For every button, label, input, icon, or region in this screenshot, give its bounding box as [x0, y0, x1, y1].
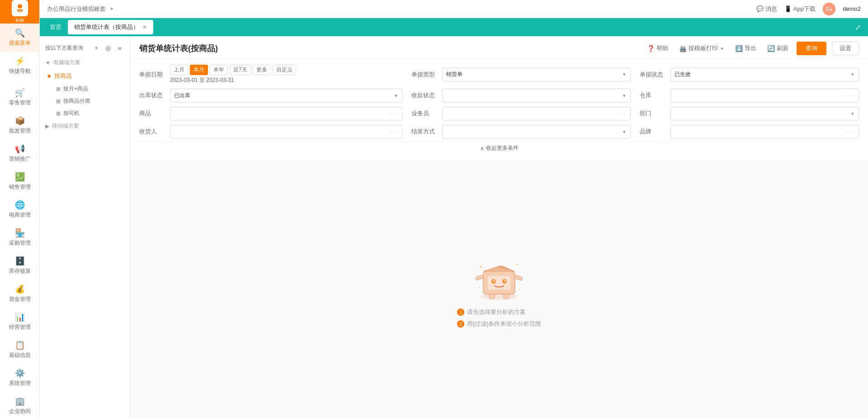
message-label: 消息: [765, 5, 777, 13]
filter-out-status: 出库状态 已出库 ▼: [139, 89, 402, 102]
sidebar-item-enterprise[interactable]: 🏢 企业协同: [0, 392, 40, 418]
date-btn-custom[interactable]: 自定义: [273, 65, 296, 75]
sidebar-item-system[interactable]: ⚙️ 系统管理: [0, 364, 40, 392]
help-icon: ❓: [647, 45, 655, 52]
tree-section-arrow: ▼: [45, 60, 51, 66]
help-btn[interactable]: ❓ 帮助: [644, 43, 671, 54]
tab-active[interactable]: 销货单统计表（按商品） ✕: [68, 20, 153, 34]
svg-rect-12: [475, 275, 484, 280]
svg-rect-14: [489, 294, 495, 299]
svg-point-19: [519, 289, 520, 290]
collapse-up-icon: ∧: [480, 145, 484, 152]
brand-label: 品牌: [640, 128, 667, 136]
out-status-control[interactable]: 已出库 ▼: [170, 89, 402, 102]
tree-section-mobile[interactable]: ▶ 移动端方案: [40, 119, 130, 133]
filter-doc-type: 单据类型 销货单 ▼: [411, 68, 631, 81]
inventory-icon: 🗄️: [15, 256, 25, 266]
doc-type-control[interactable]: 销货单 ▼: [442, 68, 631, 81]
message-btn[interactable]: 💬 消息: [756, 5, 777, 13]
payment-control[interactable]: ▼: [442, 125, 631, 138]
query-btn[interactable]: 查询: [797, 42, 826, 55]
collapse-bar[interactable]: ∧ 收起更多条件: [139, 141, 859, 155]
lp-config-icon[interactable]: ◎: [104, 43, 113, 52]
sidebar-item-ecom[interactable]: 🌐 电商管理: [0, 195, 40, 223]
sidebar-ecom-label: 电商管理: [9, 211, 31, 219]
topbar-dropdown-icon[interactable]: ▼: [109, 6, 114, 11]
username-label[interactable]: demo2: [843, 5, 861, 12]
content-area: 按以下方案查询 ＋ ◎ « ▼ 电脑端方案 ● 按商品 ▦ 按月+商品: [40, 36, 868, 418]
date-btn-last-month[interactable]: 上月: [170, 65, 188, 75]
filter-row-3: 商品 ··· 业务员 ···: [139, 107, 859, 120]
recv-status-dropdown: ▼: [622, 93, 627, 98]
tree-item-by-driver[interactable]: ▩ 按司机: [40, 107, 130, 119]
date-btn-this-year[interactable]: 本年: [210, 65, 228, 75]
sidebar-item-operation[interactable]: 📊 经营管理: [0, 308, 40, 336]
filter-area: 单据日期 上月 本月 本年 近7天 更多 自定义 2023-03-01 至 20…: [130, 59, 868, 160]
doc-type-label: 单据类型: [411, 71, 439, 79]
brand-dots: ···: [847, 128, 855, 135]
date-btn-this-month[interactable]: 本月: [190, 65, 208, 75]
print-label: 按模板打印: [689, 44, 718, 52]
app-download-btn[interactable]: 📱 App下载: [784, 5, 816, 13]
sidebar-enterprise-label: 企业协同: [9, 408, 31, 415]
tab-home[interactable]: 首页: [43, 20, 68, 34]
wholesale-icon: 📦: [15, 116, 25, 126]
topbar-left: 办公用品行业模拟账套 ▼: [47, 5, 114, 13]
sidebar-item-retail[interactable]: 🛒 零售管理: [0, 83, 40, 111]
goods-control[interactable]: ···: [170, 107, 402, 120]
print-btn[interactable]: 🖨️ 按模板打印 ▼: [676, 43, 727, 54]
sidebar-item-wholesale[interactable]: 📦 批发管理: [0, 111, 40, 139]
lp-collapse-icon[interactable]: «: [115, 43, 124, 52]
tree-item-by-month-product[interactable]: ▦ 按月+商品: [40, 83, 130, 95]
tab-maximize-icon[interactable]: ⤢: [851, 23, 864, 32]
app-logo: 标账: [0, 0, 40, 24]
right-content: 销货单统计表(按商品) ❓ 帮助 🖨️ 按模板打印 ▼ ⬇️ 导出: [130, 36, 868, 418]
sidebar-item-basic[interactable]: 📋 基础信息: [0, 336, 40, 364]
sidebar-item-purchase[interactable]: 🏪 采购管理: [0, 223, 40, 252]
date-btn-7days[interactable]: 近7天: [230, 65, 251, 75]
dept-control[interactable]: ▼: [670, 107, 859, 120]
warehouse-control[interactable]: ···: [670, 89, 859, 102]
export-btn[interactable]: ⬇️ 导出: [732, 43, 759, 54]
goods-dots: ···: [390, 110, 398, 117]
sidebar-purchase-label: 采购管理: [9, 239, 31, 247]
sidebar-item-marketing[interactable]: 📢 营销推广: [0, 139, 40, 167]
tree-section-desktop[interactable]: ▼ 电脑端方案: [40, 56, 130, 69]
refresh-btn[interactable]: 🔄 刷新: [764, 43, 791, 54]
sidebar-item-inventory[interactable]: 🗄️ 库存核算: [0, 252, 40, 280]
sidebar-item-finance[interactable]: 💰 资金管理: [0, 280, 40, 308]
purchase-icon: 🏪: [15, 228, 25, 238]
date-btn-more[interactable]: 更多: [253, 65, 271, 75]
user-avatar[interactable]: Ea: [823, 3, 835, 15]
settings-btn[interactable]: 设置: [832, 42, 859, 55]
svg-point-0: [18, 4, 22, 9]
sidebar-item-quicknav[interactable]: ⚡ 快捷导航: [0, 52, 40, 80]
refresh-icon: 🔄: [767, 45, 775, 52]
tip-num-1: 1: [457, 309, 464, 316]
recv-status-control[interactable]: ▼: [442, 89, 631, 102]
tree-item-by-category[interactable]: ▩ 按商品分类: [40, 95, 130, 107]
print-dropdown-icon[interactable]: ▼: [720, 46, 724, 51]
topbar: 办公用品行业模拟账套 ▼ 💬 消息 📱 App下载 Ea demo2: [40, 0, 868, 18]
filter-dept: 部门 ▼: [640, 107, 859, 120]
brand-control[interactable]: ···: [670, 125, 859, 138]
svg-rect-13: [514, 275, 523, 281]
salesperson-control[interactable]: ···: [442, 107, 631, 120]
filter-doc-status: 单据状态 已生效 ▼: [640, 68, 859, 81]
doc-status-control[interactable]: 已生效 ▼: [670, 68, 859, 81]
sidebar-item-search[interactable]: 🔍 搜索菜单: [0, 24, 40, 52]
tip-num-2: 2: [457, 320, 464, 328]
basic-icon: 📋: [15, 340, 25, 350]
doc-type-value: 销货单: [446, 71, 462, 78]
filter-row-4: 收货人 ··· 结算方式 ▼: [139, 125, 859, 138]
filter-date: 单据日期 上月 本月 本年 近7天 更多 自定义 2023-03-01 至 20…: [139, 65, 402, 84]
sidebar-item-sales[interactable]: 💹 销售管理: [0, 167, 40, 195]
tab-home-label: 首页: [50, 23, 61, 31]
recipient-control[interactable]: ···: [170, 125, 402, 138]
sales-icon: 💹: [15, 172, 25, 182]
tree-item-by-product[interactable]: ● 按商品: [40, 69, 130, 83]
filter-brand: 品牌 ···: [640, 125, 859, 138]
tab-close-icon[interactable]: ✕: [142, 24, 147, 30]
empty-tip-2: 2 用[过滤]条件来缩小分析范围: [457, 320, 541, 328]
lp-add-icon[interactable]: ＋: [92, 43, 101, 52]
